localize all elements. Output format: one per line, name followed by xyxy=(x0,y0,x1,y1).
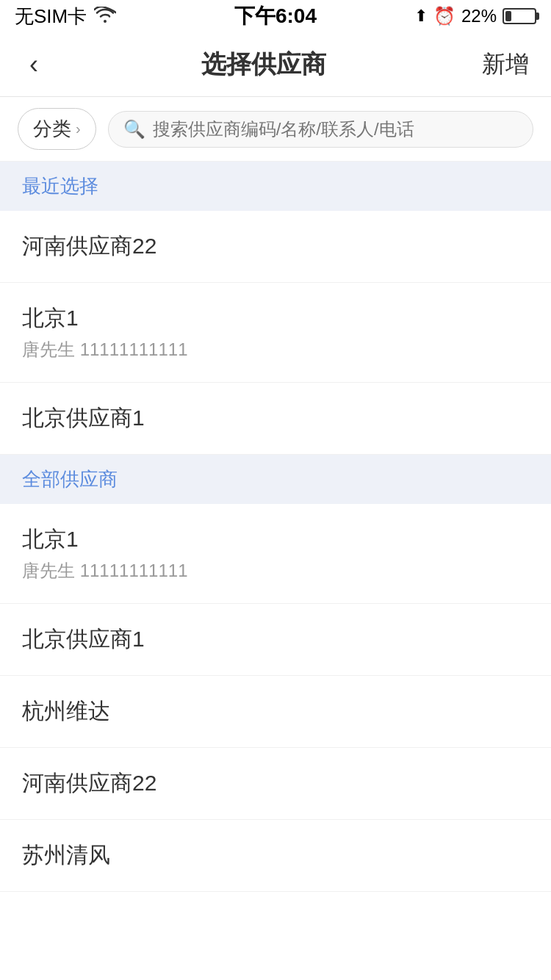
battery-percent: 22% xyxy=(461,6,497,26)
status-time: 下午6:04 xyxy=(234,2,317,30)
battery-icon xyxy=(503,8,536,24)
wifi-icon xyxy=(94,5,116,28)
search-box[interactable]: 🔍 xyxy=(108,111,533,148)
recent-section-title: 最近选择 xyxy=(22,175,98,197)
search-input[interactable] xyxy=(153,119,518,140)
filter-bar: 分类 › 🔍 xyxy=(0,97,551,162)
back-button[interactable]: ‹ xyxy=(22,42,46,87)
list-item[interactable]: 北京1 唐先生 11111111111 xyxy=(0,504,551,604)
list-item[interactable]: 北京供应商1 xyxy=(0,604,551,676)
list-item[interactable]: 北京供应商1 xyxy=(0,383,551,455)
item-name: 河南供应商22 xyxy=(22,231,529,262)
item-name: 北京1 xyxy=(22,303,529,334)
item-detail: 唐先生 11111111111 xyxy=(22,559,529,583)
list-item[interactable]: 北京1 唐先生 11111111111 xyxy=(0,283,551,383)
item-name: 杭州维达 xyxy=(22,696,529,727)
item-name: 北京供应商1 xyxy=(22,624,529,655)
list-item[interactable]: 河南供应商22 xyxy=(0,748,551,820)
item-name: 苏州清风 xyxy=(22,840,529,871)
item-name: 北京1 xyxy=(22,525,529,555)
list-item[interactable]: 河南供应商22 xyxy=(0,211,551,283)
alarm-icon: ⏰ xyxy=(433,6,455,26)
item-detail: 唐先生 11111111111 xyxy=(22,338,529,361)
list-item[interactable]: 杭州维达 xyxy=(0,676,551,748)
item-name: 河南供应商22 xyxy=(22,768,529,799)
item-name: 北京供应商1 xyxy=(22,403,529,433)
carrier-text: 无SIM卡 xyxy=(15,4,87,29)
category-button[interactable]: 分类 › xyxy=(18,108,96,150)
status-bar: 无SIM卡 下午6:04 ⬆ ⏰ 22% xyxy=(0,0,551,32)
all-section-header: 全部供应商 xyxy=(0,455,551,504)
nav-title: 选择供应商 xyxy=(201,48,326,82)
status-right: ⬆ ⏰ 22% xyxy=(414,6,536,26)
chevron-right-icon: › xyxy=(76,120,81,137)
recent-section-header: 最近选择 xyxy=(0,162,551,211)
category-label: 分类 xyxy=(33,116,71,142)
list-item[interactable]: 苏州清风 xyxy=(0,820,551,892)
add-button[interactable]: 新增 xyxy=(482,48,529,81)
recent-list: 河南供应商22 北京1 唐先生 11111111111 北京供应商1 xyxy=(0,211,551,455)
status-left: 无SIM卡 xyxy=(15,4,116,29)
nav-bar: ‹ 选择供应商 新增 xyxy=(0,32,551,97)
search-icon: 🔍 xyxy=(123,119,145,140)
all-list: 北京1 唐先生 11111111111 北京供应商1 杭州维达 河南供应商22 … xyxy=(0,504,551,892)
all-section-title: 全部供应商 xyxy=(22,468,118,490)
gps-icon: ⬆ xyxy=(414,7,428,26)
